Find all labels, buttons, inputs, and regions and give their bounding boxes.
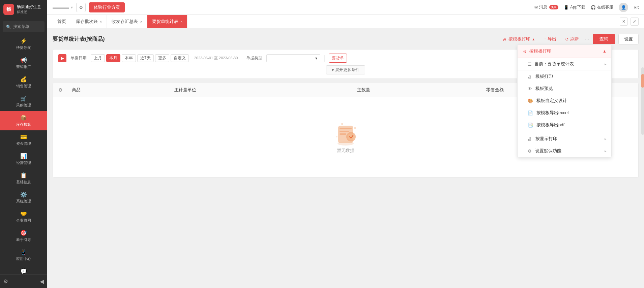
breadcrumb-chevron: ▾ xyxy=(71,5,73,10)
tab-receipt-summary-close[interactable]: × xyxy=(140,20,142,24)
tab-order-stats[interactable]: 要货单统计表 × xyxy=(147,15,187,28)
page-title: 要货单统计表(按商品) xyxy=(53,36,105,43)
tab-receipt-summary[interactable]: 收发存汇总表 × xyxy=(107,15,147,28)
online-service-icon: 🎧 xyxy=(591,5,596,10)
table-settings-icon[interactable]: ⚙ xyxy=(57,87,64,93)
refresh-label: 刷新 xyxy=(570,36,579,42)
tabs-close-all-button[interactable]: ✕ xyxy=(620,18,628,26)
template-print-icon: 🖨 xyxy=(528,74,532,79)
col-unit: 主计量单位 xyxy=(170,83,353,97)
sidebar-item-newbie[interactable]: 🎯 新手引导 xyxy=(0,226,47,246)
svg-point-9 xyxy=(336,136,338,137)
empty-text: 暂无数据 xyxy=(337,148,354,154)
marketing-icon: 📢 xyxy=(20,57,27,63)
sales-icon: 💰 xyxy=(20,76,27,83)
tab-batch-account[interactable]: 库存批次账 × xyxy=(71,15,107,28)
sidebar-item-corp[interactable]: 🤝 企业协同 xyxy=(0,207,47,226)
date-range-text: 2023-06-01 至 2023-06-30 xyxy=(194,56,238,61)
sidebar-item-purchase[interactable]: 🛒 采购管理 xyxy=(0,92,47,111)
more-actions-icon[interactable]: ··· xyxy=(585,36,589,42)
main-content: ▬▬▬▬ ▾ ⚙ 体验行业方案 ✉ 消息 99+ 📱 App下载 🎧 在线客服 … xyxy=(47,0,644,288)
dropdown-item-display-print[interactable]: 🖨 按显示打印 ▸ xyxy=(518,133,611,145)
print-template-button[interactable]: 🖨 按模板打印 ▲ xyxy=(500,35,538,43)
date-btn-7days[interactable]: 近7天 xyxy=(137,54,154,62)
svg-point-7 xyxy=(341,123,343,125)
order-type-select[interactable]: ▾ xyxy=(266,54,320,62)
sidebar-item-inventory[interactable]: 📦 库存核算 xyxy=(0,111,47,130)
dropdown-item-export-excel[interactable]: 📄 按模板导出excel xyxy=(518,107,611,119)
date-btn-more[interactable]: 更多 xyxy=(155,54,169,62)
query-button[interactable]: 查询 xyxy=(593,34,615,44)
sidebar-item-operation[interactable]: 📊 经营管理 xyxy=(0,150,47,169)
marketing-label: 营销推广 xyxy=(16,64,31,69)
inventory-icon: 📦 xyxy=(20,115,27,121)
settings-footer-icon[interactable]: ⚙ xyxy=(3,278,8,285)
tab-batch-account-close[interactable]: × xyxy=(100,20,102,24)
user-avatar[interactable]: 👤 xyxy=(619,3,628,12)
filter-divider-1 xyxy=(242,55,242,62)
export-button[interactable]: ↑ 导出 xyxy=(541,35,559,43)
print-chevron: ▲ xyxy=(532,37,535,41)
finance-label: 资金管理 xyxy=(16,141,31,146)
dropdown-item-template-preview[interactable]: 👁 模板预览 xyxy=(518,83,611,95)
sidebar-item-quick-nav[interactable]: ⚡ 快捷导航 xyxy=(0,34,47,54)
filter-expand-icon[interactable]: ▶ xyxy=(58,54,66,62)
sales-label: 销售管理 xyxy=(16,84,31,89)
sidebar-item-basic[interactable]: 📋 基础信息 xyxy=(0,169,47,188)
appstore-label: 应用中心 xyxy=(16,256,31,261)
online-service-button[interactable]: 🎧 在线客服 xyxy=(591,4,613,10)
export-pdf-icon: 📑 xyxy=(528,123,533,128)
tab-home[interactable]: 首页 xyxy=(53,15,71,28)
dropdown-header-left: 🖨 按模板打印 xyxy=(522,48,551,54)
setting-button[interactable]: 设置 xyxy=(618,34,639,44)
date-btn-last-month[interactable]: 上月 xyxy=(91,54,105,62)
col-product: 商品 xyxy=(68,83,170,97)
sidebar-item-appstore[interactable]: 📱 应用中心 xyxy=(0,246,47,265)
dropdown-item-template-print[interactable]: 🖨 模板打印 xyxy=(518,70,611,83)
dropdown-item-default-func[interactable]: ⚙ 设置默认功能 ▸ xyxy=(518,145,611,157)
topbar-settings-button[interactable]: ⚙ xyxy=(76,3,86,12)
sidebar-item-sales[interactable]: 💰 销售管理 xyxy=(0,73,47,92)
default-func-icon: ⚙ xyxy=(528,149,532,154)
sidebar-item-system[interactable]: ⚙️ 系统管理 xyxy=(0,188,47,207)
sidebar: 畅 畅康通好生意 标准版 🔍 搜索菜单 ⚡ 快捷导航 📢 营销推广 💰 销售管理… xyxy=(0,0,47,288)
date-btn-custom[interactable]: 自定义 xyxy=(171,54,189,62)
expand-more-button[interactable]: ▾ 展开更多条件 xyxy=(326,65,365,74)
sidebar-nav: ⚡ 快捷导航 📢 营销推广 💰 销售管理 🛒 采购管理 📦 库存核算 💳 资金管… xyxy=(0,34,47,275)
dropdown-current-left: ☰ 当前：要货单统计表 xyxy=(528,61,574,67)
print-label: 按模板打印 xyxy=(508,36,530,42)
app-sub: 标准版 xyxy=(17,10,41,14)
dropdown-current-item[interactable]: ☰ 当前：要货单统计表 ▸ xyxy=(518,58,611,70)
refresh-button[interactable]: ↺ 刷新 xyxy=(562,35,582,43)
sidebar-item-marketing[interactable]: 📢 营销推广 xyxy=(0,54,47,73)
sidebar-search[interactable]: 🔍 搜索菜单 xyxy=(3,21,45,32)
tab-receipt-summary-label: 收发存汇总表 xyxy=(112,19,138,25)
online-service-label: 在线客服 xyxy=(597,4,613,10)
audio-footer-icon[interactable]: ◀ xyxy=(40,278,44,285)
date-btn-this-month[interactable]: 本月 xyxy=(106,54,120,62)
sidebar-item-wechat[interactable]: 💬 企业微信 xyxy=(0,265,47,275)
dropdown-item-template-design[interactable]: 🎨 模板自定义设计 xyxy=(518,95,611,107)
tabs-expand-button[interactable]: ⤢ xyxy=(631,18,639,26)
newbie-icon: 🎯 xyxy=(20,230,27,236)
tab-order-stats-close[interactable]: × xyxy=(180,20,182,24)
export-excel-label: 按模板导出excel xyxy=(536,110,568,116)
template-preview-label: 模板预览 xyxy=(535,86,553,92)
app-download-label: App下载 xyxy=(570,4,585,10)
expand-more-label: 展开更多条件 xyxy=(335,67,359,73)
app-download-icon: 📱 xyxy=(564,5,569,10)
col-quantity: 主数量 xyxy=(353,83,482,97)
date-btn-this-year[interactable]: 本年 xyxy=(122,54,136,62)
display-print-icon: 🖨 xyxy=(528,136,532,141)
industry-solution-button[interactable]: 体验行业方案 xyxy=(89,2,125,12)
app-download-button[interactable]: 📱 App下载 xyxy=(564,4,585,10)
tab-home-label: 首页 xyxy=(57,19,66,25)
col-settings: ⚙ xyxy=(53,83,68,97)
right-scrollbar[interactable] xyxy=(641,67,644,135)
sidebar-item-finance[interactable]: 💳 资金管理 xyxy=(0,130,47,150)
dropdown-print-icon: 🖨 xyxy=(522,49,527,54)
dropdown-item-export-pdf[interactable]: 📑 按模板导出pdf xyxy=(518,119,611,131)
dropdown-header[interactable]: 🖨 按模板打印 ▲ xyxy=(518,45,611,58)
corp-label: 企业协同 xyxy=(16,218,31,223)
message-button[interactable]: ✉ 消息 99+ xyxy=(534,4,558,10)
